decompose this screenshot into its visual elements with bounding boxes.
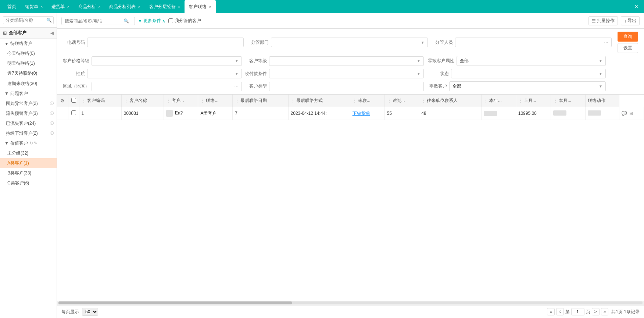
- table-header-this-month[interactable]: 本月...: [551, 95, 586, 107]
- filter-status-select[interactable]: ▼: [451, 69, 606, 78]
- chat-icon[interactable]: 💬: [622, 111, 627, 116]
- refresh-icon[interactable]: ↻: [29, 141, 33, 146]
- nav-purchase[interactable]: 进货单 ×: [47, 0, 74, 13]
- filter-retail-attr-label: 零散客户属性: [427, 58, 454, 64]
- nav-customer-segment[interactable]: 客户分层经营 ×: [145, 0, 185, 13]
- sidebar-b-customers[interactable]: B类客户(33): [0, 168, 57, 178]
- table-header-last-month[interactable]: 上月...: [516, 95, 551, 107]
- nav-sales[interactable]: 销货单 ×: [21, 0, 47, 13]
- row-last-contact-method[interactable]: 下销货单: [350, 107, 384, 120]
- filter-dept-select[interactable]: ▼: [271, 38, 427, 47]
- close-customer-segment-tab[interactable]: ×: [178, 4, 180, 9]
- last-page-button[interactable]: »: [601, 308, 609, 315]
- problem-customers-group[interactable]: ▼ 问题客户: [0, 89, 57, 99]
- all-customers-header[interactable]: ⊞ 全部客户 ◀: [0, 28, 57, 39]
- arrow-down-icon3: ▼: [4, 141, 9, 146]
- my-customer-checkbox[interactable]: [168, 18, 173, 23]
- row-select-checkbox[interactable]: [71, 110, 76, 115]
- row-checkbox[interactable]: [68, 107, 79, 120]
- close-product-analysis-list-tab[interactable]: ×: [138, 4, 140, 9]
- table-header-year-amount[interactable]: 本年...: [481, 95, 516, 107]
- page-input[interactable]: [571, 308, 584, 315]
- app-container: 首页 销货单 × 进货单 × 商品分析 × 商品分析列表 × 客户分层经营 × …: [0, 0, 644, 318]
- main-search-input[interactable]: [65, 18, 124, 24]
- filter-payment-select[interactable]: ▼: [269, 69, 424, 78]
- table-header-checkbox[interactable]: [68, 95, 79, 107]
- sidebar-tomorrow-pending[interactable]: 明天待联络(1): [0, 59, 57, 68]
- value-customers-group[interactable]: ▼ 价值客户 ↻ ✎: [0, 138, 57, 148]
- filter-retail-customer: 零散客户 全部 ▼: [427, 81, 606, 91]
- sidebar-churn-warning[interactable]: 流失预警客户(3) ⓘ: [0, 109, 57, 119]
- filter-status-label: 状态: [427, 71, 449, 77]
- total-records-label: 共1页 1条记录: [611, 309, 640, 315]
- per-page-select[interactable]: 50: [82, 308, 98, 316]
- prev-page-button[interactable]: <: [556, 308, 564, 315]
- filter-phone-input[interactable]: [87, 38, 244, 47]
- settings-button[interactable]: 设置: [618, 43, 638, 53]
- close-customer-contact-tab[interactable]: ×: [209, 4, 211, 9]
- table-header-overdue[interactable]: 逾期...: [384, 95, 419, 107]
- more-filter-button[interactable]: ▼ 更多条件 ∧: [138, 18, 165, 24]
- table-header-contact-count[interactable]: 联络...: [198, 95, 233, 107]
- dots-region-icon: ···: [234, 84, 239, 89]
- filter-retail-customer-label: 零散客户: [427, 83, 447, 89]
- close-purchase-tab[interactable]: ×: [67, 4, 69, 9]
- pending-contact-group[interactable]: ▼ 待联络客户: [0, 39, 57, 49]
- filter-row-1: 电话号码 分管部门 ▼ 分管人员: [63, 32, 638, 53]
- my-customer-checkbox-wrap: 我分管的客户: [168, 18, 201, 24]
- nav-product-analysis[interactable]: 商品分析 ×: [74, 0, 105, 13]
- filter-customer-level-select[interactable]: ▼: [269, 56, 424, 66]
- sidebar-c-customers[interactable]: C类客户(6): [0, 178, 57, 188]
- filter-retail-customer-select[interactable]: 全部 ▼: [449, 81, 606, 91]
- sidebar-a-customers[interactable]: A类客户(1): [0, 158, 57, 168]
- table-header-name[interactable]: 客户名称: [121, 95, 164, 107]
- main-search-wrap: 🔍: [61, 17, 135, 25]
- first-page-button[interactable]: «: [547, 308, 555, 315]
- edit-icon[interactable]: ✎: [34, 141, 37, 146]
- fold-sidebar-icon[interactable]: ◀: [50, 31, 54, 36]
- table-header-type[interactable]: 客户...: [164, 95, 198, 107]
- filter-customer-type: 客户类型: [245, 82, 424, 91]
- table-header-last-contact-method[interactable]: 最后联络方式: [288, 95, 350, 107]
- sidebar-churned[interactable]: 已流失客户(24) ⓘ: [0, 119, 57, 128]
- sidebar-today-pending[interactable]: 今天待联络(0): [0, 49, 57, 59]
- global-close-button[interactable]: ×: [632, 3, 641, 10]
- search-bar: 🔍 ▼ 更多条件 ∧ 我分管的客户 ☰ 批量操作 ↓: [57, 13, 644, 29]
- table-header-contact-person[interactable]: 往来单位联系人: [419, 95, 482, 107]
- sidebar-declining[interactable]: 持续下滑客户(2) ⓘ: [0, 128, 57, 138]
- table-header-gear[interactable]: ⚙: [57, 95, 68, 107]
- filter-customer-type-select[interactable]: [269, 82, 424, 91]
- table-header-last-contact-date[interactable]: 最后联络日期: [233, 95, 288, 107]
- sidebar-overdue-pending[interactable]: 逾期未联络(30): [0, 79, 57, 89]
- sidebar-unclassified[interactable]: 未分组(32): [0, 148, 57, 158]
- sidebar-week-pending[interactable]: 近7天待联络(0): [0, 68, 57, 78]
- table-header-no-contact[interactable]: 未联...: [350, 95, 384, 107]
- row-code: 000031: [121, 107, 164, 120]
- nav-home[interactable]: 首页: [3, 0, 21, 13]
- close-product-analysis-tab[interactable]: ×: [98, 4, 100, 9]
- qr-code-icon[interactable]: ⊞: [629, 111, 633, 116]
- filter-region-select[interactable]: ···: [92, 82, 242, 91]
- chevron-payment-icon: ▼: [417, 72, 421, 76]
- export-button[interactable]: ↓ 导出: [621, 16, 640, 25]
- sidebar-abnormal-purchase[interactable]: 囤购异常客户(2) ⓘ: [0, 99, 57, 109]
- chevron-price-icon: ▼: [235, 59, 239, 63]
- filter-person-input[interactable]: ···: [455, 38, 612, 47]
- scrollbar-thumb[interactable]: [58, 301, 292, 304]
- close-sales-tab[interactable]: ×: [40, 4, 43, 9]
- pager: 每页显示 50 « < 第 页 > » 共1页 1条记录: [57, 305, 644, 318]
- filter-price-level-select[interactable]: ▼: [92, 56, 242, 66]
- content-area: 🔍 ▼ 更多条件 ∧ 我分管的客户 ☰ 批量操作 ↓: [57, 13, 644, 318]
- pager-nav: « < 第 页 > »: [547, 308, 608, 315]
- select-all-checkbox[interactable]: [71, 98, 76, 103]
- nav-customer-contact[interactable]: 客户联络 ×: [185, 0, 215, 13]
- batch-operation-button[interactable]: ☰ 批量操作: [588, 16, 618, 25]
- table-header-code[interactable]: 客户编码: [79, 95, 121, 107]
- filter-panel: 电话号码 分管部门 ▼ 分管人员: [57, 29, 644, 95]
- query-button[interactable]: 查询: [618, 32, 638, 42]
- horizontal-scrollbar[interactable]: [57, 301, 644, 305]
- nav-product-analysis-list[interactable]: 商品分析列表 ×: [105, 0, 144, 13]
- filter-retail-attr-select[interactable]: 全部 ▼: [457, 56, 606, 66]
- filter-nature-select[interactable]: ▼: [87, 69, 242, 78]
- next-page-button[interactable]: >: [592, 308, 600, 315]
